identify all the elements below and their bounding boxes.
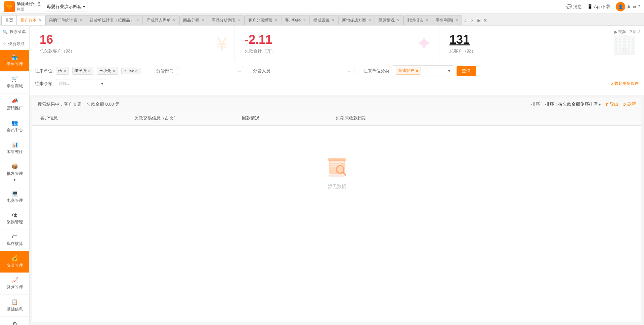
stats-row: 16 总欠款客户（家） ¥ -2.11 欠款合计（万） ✦ ▶ 视频 ? 帮助	[30, 26, 644, 61]
tab-operation-status[interactable]: 经营情况 ✕	[375, 15, 403, 25]
tab-purchase-order[interactable]: 采购订单统计表 ✕	[45, 15, 86, 25]
tab-nav-prev[interactable]: ‹	[462, 15, 469, 25]
sort-select[interactable]: 排序： 排序：按欠款金额倒序排序 ▾	[531, 101, 601, 107]
tab-close-icon[interactable]: ✕	[332, 18, 335, 23]
tab-profit-report-label: 利润报告	[407, 17, 423, 23]
tab-close-icon[interactable]: ✕	[238, 18, 241, 23]
sidebar-item-marketing[interactable]: 📣 营销推广	[0, 94, 29, 115]
unit-class-select[interactable]: 普通客户 ✕ ▾	[393, 65, 453, 76]
tab-close-icon[interactable]: ✕	[173, 18, 176, 23]
sidebar-item-system-mgmt[interactable]: ⚙ 系统管理	[0, 317, 29, 325]
tab-purchase-order-label: 采购订单统计表	[49, 17, 77, 23]
header-left: 🧡 畅捷通好生意 标版 母婴行业演示帐套 ▾	[4, 1, 88, 12]
sidebar-item-member-center[interactable]: 👥 会员中心	[0, 115, 29, 137]
tab-customer-account-label: 客户账本	[20, 17, 37, 23]
tab-nav-next[interactable]: ›	[469, 15, 475, 25]
balance-select[interactable]: 选择... ▾	[56, 79, 106, 88]
sidebar-item-ecommerce[interactable]: 💻 电商管理	[0, 186, 29, 208]
customer-bg-icon: ¥	[216, 32, 227, 55]
table-container: 搜索结果中，客户 0 家 欠款金额 0.00 元 排序： 排序：按欠款金额倒序排…	[32, 98, 641, 322]
tab-close-icon[interactable]: ✕	[368, 18, 371, 23]
filter-more-btn[interactable]: ...	[144, 68, 147, 73]
sidebar-item-label: 资金管理	[7, 263, 23, 268]
tab-product-analysis-list[interactable]: 商品分析列表 ✕	[208, 15, 245, 25]
sidebar-item-label: 会员中心	[7, 127, 23, 133]
quick-nav-label: 快捷导航	[8, 41, 25, 47]
remove-tag-3[interactable]: ✕	[112, 69, 116, 73]
tab-close-icon[interactable]: ✕	[397, 18, 400, 23]
tab-operation-status-label: 经营情况	[379, 17, 395, 23]
collapse-filter-btn[interactable]: ∧ 收起更多条件	[611, 81, 639, 86]
col-debt-info: 欠款交易信息（占比）	[132, 111, 239, 125]
tab-promotion-settings-label: 提成设置	[313, 17, 330, 23]
person-label: 分管人员	[253, 68, 270, 74]
avatar: 👤	[616, 2, 625, 11]
tab-profit-report[interactable]: 利润报告 ✕	[403, 15, 432, 25]
tab-close-icon[interactable]: ✕	[39, 18, 42, 23]
tab-customer-segment[interactable]: 客户分层经营 ✕	[245, 15, 281, 25]
remove-tag-4[interactable]: ✕	[135, 69, 138, 73]
sidebar-search[interactable]: 🔍 搜索菜单	[0, 26, 29, 38]
basic-info-icon: 📋	[11, 299, 18, 305]
debt-label: 欠款金额	[87, 102, 104, 107]
tab-close-icon[interactable]: ✕	[455, 18, 458, 23]
chevron-down-icon: ▾	[83, 4, 85, 9]
sidebar-search-label: 搜索菜单	[10, 29, 26, 35]
remove-unit-class[interactable]: ✕	[415, 69, 419, 73]
tab-close-icon[interactable]: ✕	[201, 18, 204, 23]
tab-nav-dropdown[interactable]: ⊞	[475, 15, 482, 25]
tab-customer-contact[interactable]: 客户联络 ✕	[281, 15, 310, 25]
message-button[interactable]: 💬 消息	[566, 4, 582, 10]
remove-tag-2[interactable]: ✕	[88, 69, 91, 73]
tab-instock-stat[interactable]: 进货单统计表（按商品） ✕	[86, 15, 143, 25]
tab-close-icon[interactable]: ✕	[274, 18, 277, 23]
sidebar-item-retail-stats[interactable]: 📊 零售统计	[0, 137, 29, 159]
debt-unit: 元	[115, 102, 120, 107]
tab-retail-profit[interactable]: 零售利润( ✕	[432, 15, 462, 25]
table-header: 客户信息 欠款交易信息（占比） 回款情况 到期未收款日期	[32, 111, 641, 126]
tab-product-analysis[interactable]: 商品分析 ✕	[179, 15, 208, 25]
balance-placeholder: 选择...	[59, 81, 70, 86]
account-selector[interactable]: 母婴行业演示帐套 ▾	[44, 2, 88, 11]
tab-close-icon[interactable]: ✕	[425, 18, 428, 23]
export-button[interactable]: ⬆ 导出	[605, 101, 618, 107]
tab-product-instock[interactable]: 产成品入库单 ✕	[143, 15, 179, 25]
dept-more-icon: ···	[238, 69, 241, 73]
sidebar-item-capital-mgmt[interactable]: 💰 资金管理	[0, 251, 29, 273]
filter-tag-2: 陈民强 ✕	[72, 67, 93, 75]
sidebar-item-batch-mgmt[interactable]: 📦 批发管理 ▾	[0, 159, 29, 186]
tab-close-icon[interactable]: ✕	[79, 18, 82, 23]
stats-icon: 📊	[11, 141, 18, 148]
col-overdue-date: 到期未收款日期	[333, 111, 636, 125]
tab-product-analysis-list-label: 商品分析列表	[212, 17, 236, 23]
tab-new-promotion-plan[interactable]: 新增提成方案 ✕	[338, 15, 375, 25]
sidebar-item-basic-info[interactable]: 📋 基础信息	[0, 295, 29, 317]
col-customer-info: 客户信息	[38, 111, 132, 125]
chevron-down-icon: ▾	[101, 81, 103, 86]
query-button[interactable]: 查询	[457, 66, 476, 76]
tab-customer-segment-label: 客户分层经营	[248, 17, 272, 23]
person-select[interactable]: ···	[274, 67, 354, 75]
sidebar-item-purchase-mgmt[interactable]: 🛍 采购管理	[0, 208, 29, 229]
dept-select[interactable]: ···	[177, 67, 244, 75]
sidebar-item-inventory[interactable]: 🗃 库存核算	[0, 229, 29, 251]
debt-value: 0.00	[105, 102, 114, 107]
sidebar-item-retail-mall[interactable]: 🛒 零售商城	[0, 72, 29, 94]
tab-close-icon[interactable]: ✕	[303, 18, 306, 23]
remove-tag-1[interactable]: ✕	[63, 69, 67, 73]
user-menu[interactable]: 👤 demo2	[616, 2, 640, 11]
tab-close-icon[interactable]: ✕	[136, 18, 139, 23]
col-repay-info: 回款情况	[239, 111, 333, 125]
sidebar-quick-nav[interactable]: ☆ 快捷导航	[0, 38, 29, 50]
tab-retail-profit-label: 零售利润(	[436, 17, 453, 23]
tab-new-promotion-plan-label: 新增提成方案	[342, 17, 366, 23]
sidebar-item-operation-mgmt[interactable]: 📈 经营管理	[0, 273, 29, 295]
tab-close-all[interactable]: ✕	[482, 15, 489, 25]
app-download-button[interactable]: 📱 App下载	[587, 4, 610, 10]
sort-label-prefix: 排序：	[531, 101, 544, 107]
tab-home[interactable]: 首页	[1, 15, 17, 25]
refresh-button[interactable]: ↺ 刷新	[622, 101, 636, 107]
sidebar-item-retail-mgmt[interactable]: 🏪 零售管理	[0, 50, 29, 72]
tab-promotion-settings[interactable]: 提成设置 ✕	[310, 15, 338, 25]
tab-customer-account[interactable]: 客户账本 ✕	[17, 15, 45, 25]
